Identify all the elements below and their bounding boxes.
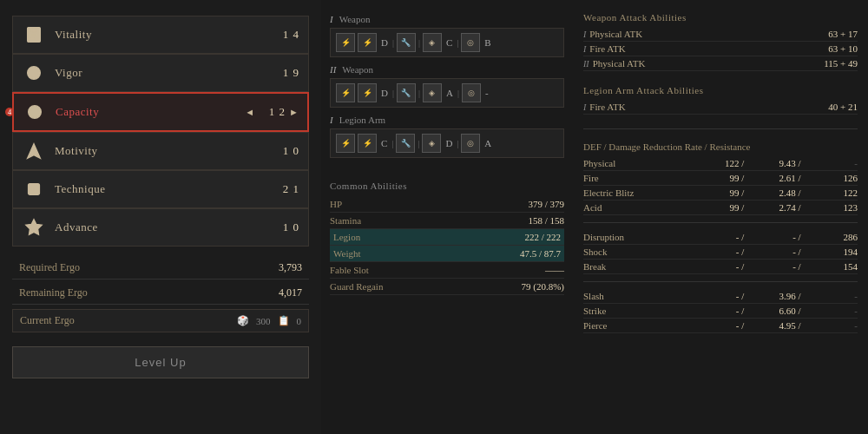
def-label: Slash xyxy=(583,291,687,301)
attack-value: 40 + 21 xyxy=(828,102,858,112)
def-label: Acid xyxy=(583,202,687,213)
weapon-slot-1: 🔧 xyxy=(396,134,415,153)
def-val: 99 / xyxy=(687,187,744,198)
stat-icon-vitality xyxy=(22,23,46,47)
rate-val: - / xyxy=(744,232,800,242)
ability-row-hp: HP 379 / 379 xyxy=(330,196,564,213)
rate-val: 6.60 / xyxy=(744,306,800,316)
stat-icon-motivity xyxy=(22,139,46,163)
svg-point-13 xyxy=(32,187,36,191)
left-panel: Vitality 1 4 Vigor 1 9 4 Capacity ◄ 1 2 … xyxy=(0,0,321,434)
ergo-val-1: 300 xyxy=(256,316,271,326)
weapon-header: I Legion Arm xyxy=(330,115,564,125)
ability-row-fable-slot: Fable Slot —— xyxy=(330,262,564,279)
attack-value: 63 + 10 xyxy=(828,43,858,54)
def-label: Strike xyxy=(583,306,687,316)
ability-value: 47.5 / 87.7 xyxy=(520,248,561,259)
slot-grade-2: D xyxy=(444,138,454,148)
ability-row-guard-regain: Guard Regain 79 (20.8%) xyxy=(330,279,564,295)
stat-name-technique: Technique xyxy=(55,182,273,196)
ergo-val-2: 0 xyxy=(297,316,302,326)
def-val: - / xyxy=(687,320,744,331)
weapon-attack-row-fire-atk: I Fire ATK 63 + 10 xyxy=(583,42,858,56)
res-val: - xyxy=(801,306,858,316)
slot-grade-3: - xyxy=(483,88,490,98)
weapon-attack-row-physical-atk: II Physical ATK 115 + 49 xyxy=(583,56,858,71)
def-label: Disruption xyxy=(583,232,687,242)
arrow-right-capacity[interactable]: ► xyxy=(289,107,299,117)
res-val: 123 xyxy=(801,202,858,213)
ability-row-weight: Weight 47.5 / 87.7 xyxy=(330,246,564,262)
ability-value: 158 / 158 xyxy=(528,215,564,226)
stat-row-capacity: 4 Capacity ◄ 1 2 ► xyxy=(12,92,309,132)
def-label: Fire xyxy=(583,173,687,183)
weapon-section-II-weapon: II Weapon ⚡ ⚡ D | 🔧 | ◈ A | ◎ - xyxy=(330,64,564,108)
ability-value: 379 / 379 xyxy=(528,199,564,209)
current-ergo-label: Current Ergo xyxy=(20,314,75,327)
weapon-attack-title: Weapon Attack Abilities xyxy=(583,12,858,23)
stat-name-advance: Advance xyxy=(55,220,273,234)
def-val: - / xyxy=(687,247,744,257)
def-val: 99 / xyxy=(687,173,744,183)
ability-label: Weight xyxy=(333,248,361,259)
right-panel: Weapon Attack Abilities I Physical ATK 6… xyxy=(573,0,868,434)
weapon-slot-1: 🔧 xyxy=(397,33,416,52)
res-val: 286 xyxy=(801,232,858,242)
def-label: Break xyxy=(583,261,687,272)
res-val: - xyxy=(801,291,858,301)
notification-dot: 4 xyxy=(5,108,14,116)
svg-point-7 xyxy=(30,69,38,77)
required-ergo-row: Required Ergo 3,793 xyxy=(12,257,309,279)
remaining-ergo-row: Remaining Ergo 4,017 xyxy=(12,282,309,305)
def-row-shock: Shock - / - / 194 xyxy=(583,245,858,260)
legion-attack-title: Legion Arm Attack Abilities xyxy=(583,85,858,95)
common-abilities-section: Common Abilities HP 379 / 379 Stamina 15… xyxy=(330,181,564,295)
svg-point-10 xyxy=(30,108,39,116)
weapon-label: Weapon xyxy=(339,14,371,24)
weapon-section-I-weapon: I Weapon ⚡ ⚡ D | 🔧 | ◈ C | ◎ B xyxy=(330,14,564,57)
slot-grade-2: C xyxy=(444,37,454,48)
def-val: - / xyxy=(687,232,744,242)
stat-value-technique: 2 1 xyxy=(273,182,299,196)
def-row-disruption: Disruption - / - / 286 xyxy=(583,230,858,245)
arrow-left-capacity[interactable]: ◄ xyxy=(245,107,254,117)
svg-marker-11 xyxy=(28,144,41,159)
def-label: Shock xyxy=(583,247,687,257)
def-label: Electric Blitz xyxy=(583,187,687,198)
level-up-button[interactable]: Level Up xyxy=(12,346,309,378)
weapon-section-I-legion-arm: I Legion Arm ⚡ ⚡ C | 🔧 | ◈ D | ◎ A xyxy=(330,115,564,158)
weapon-attack-row-physical-atk: I Physical ATK 63 + 17 xyxy=(583,27,858,42)
def-title: DEF / Damage Reduction Rate / Resistance xyxy=(583,141,858,152)
ability-row-stamina: Stamina 158 / 158 xyxy=(330,213,564,229)
divider xyxy=(583,128,858,129)
current-ergo-row: Current Ergo 🎲 300 📋 0 xyxy=(12,309,309,332)
def-divider xyxy=(583,222,858,223)
rate-val: 2.61 / xyxy=(744,173,800,183)
stat-icon-advance xyxy=(22,215,46,240)
def-row-acid: Acid 99 / 2.74 / 123 xyxy=(583,201,858,215)
weapon-slot-3: ◎ xyxy=(462,83,481,102)
def-section: DEF / Damage Reduction Rate / Resistance… xyxy=(583,141,858,333)
attack-label: II Physical ATK xyxy=(583,58,645,69)
weapon-header: II Weapon xyxy=(330,64,564,75)
base-slot: ⚡ xyxy=(336,33,355,52)
ergo-section: Required Ergo 3,793 Remaining Ergo 4,017… xyxy=(12,257,309,332)
weapon-header: I Weapon xyxy=(330,14,564,24)
stat-arrows-capacity[interactable]: ◄ xyxy=(245,107,254,117)
weapon-slot-2: ◈ xyxy=(423,83,442,102)
rate-val: - / xyxy=(744,261,800,272)
attack-value: 63 + 17 xyxy=(828,29,858,39)
weapon-slots: ⚡ ⚡ D | 🔧 | ◈ C | ◎ B xyxy=(330,28,564,57)
slot-grade-3: A xyxy=(483,138,493,148)
weapon-slot-0: ⚡ xyxy=(358,83,377,102)
rate-val: 9.43 / xyxy=(744,158,800,168)
required-ergo-value: 3,793 xyxy=(279,261,302,274)
res-val: - xyxy=(801,158,858,168)
stat-row-technique: Technique 2 1 xyxy=(12,170,309,208)
stat-row-advance: Advance 1 0 xyxy=(12,208,309,247)
weapon-slot-3: ◎ xyxy=(461,33,480,52)
current-ergo-icons: 🎲 300 📋 0 xyxy=(237,314,301,327)
legion-attack-section: Legion Arm Attack Abilities I Fire ATK 4… xyxy=(583,85,858,115)
stat-name-vitality: Vitality xyxy=(55,28,273,42)
stat-row-vigor: Vigor 1 9 xyxy=(12,54,309,92)
